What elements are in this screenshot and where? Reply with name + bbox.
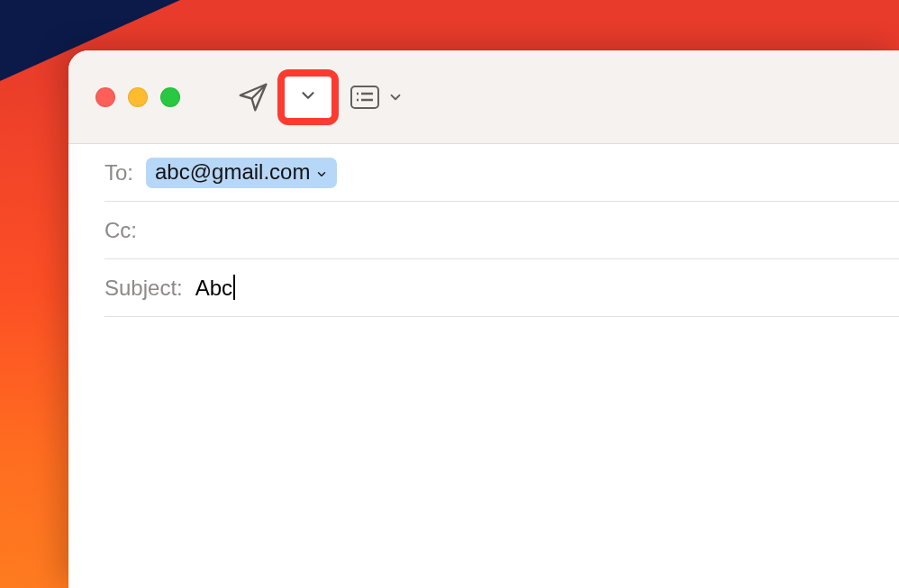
window-maximize-button[interactable] — [160, 87, 180, 107]
header-fields-icon — [350, 84, 380, 111]
toolbar — [236, 69, 404, 125]
svg-rect-0 — [351, 86, 378, 108]
recipient-address: abc@gmail.com — [155, 159, 310, 185]
window-minimize-button[interactable] — [128, 87, 148, 107]
to-field-row[interactable]: To: abc@gmail.com — [104, 144, 899, 202]
chevron-down-icon — [298, 86, 318, 105]
cc-field-row[interactable]: Cc: — [104, 202, 899, 259]
send-button[interactable] — [236, 80, 270, 114]
paper-plane-icon — [237, 81, 269, 113]
subject-field-row[interactable]: Subject: Abc — [104, 259, 899, 317]
text-cursor — [233, 275, 235, 300]
subject-input[interactable]: Abc — [195, 275, 237, 301]
chevron-down-icon — [387, 89, 404, 105]
annotation-highlight — [277, 69, 339, 125]
window-close-button[interactable] — [95, 87, 115, 107]
cc-label: Cc: — [104, 218, 142, 243]
to-label: To: — [104, 160, 139, 185]
window-titlebar — [68, 50, 899, 144]
send-options-dropdown[interactable] — [298, 86, 318, 109]
compose-body[interactable] — [68, 317, 899, 551]
compose-header-fields: To: abc@gmail.com Cc: Subject: Abc — [68, 144, 899, 317]
subject-label: Subject: — [104, 276, 188, 301]
window-controls — [95, 87, 180, 107]
recipient-token[interactable]: abc@gmail.com — [146, 158, 337, 188]
header-fields-toggle[interactable] — [350, 84, 404, 111]
chevron-down-icon — [315, 167, 328, 180]
subject-text: Abc — [195, 276, 232, 300]
recipient-options-chevron[interactable] — [315, 160, 328, 185]
compose-window: To: abc@gmail.com Cc: Subject: Abc — [68, 50, 899, 588]
